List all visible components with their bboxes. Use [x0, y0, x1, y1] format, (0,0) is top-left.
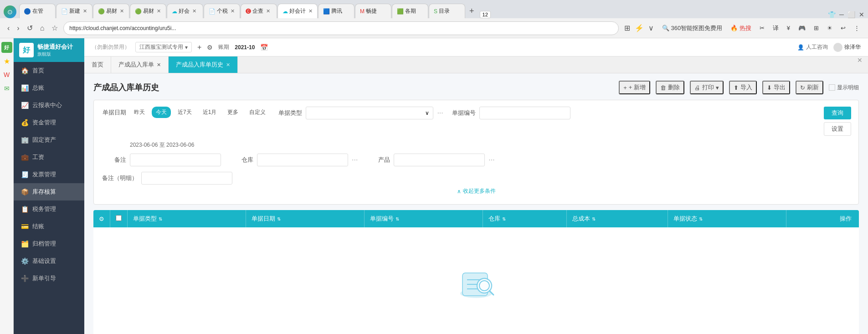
tab-10[interactable]: M 畅捷 — [355, 4, 391, 18]
user-service[interactable]: 👤 人工咨询 — [797, 43, 828, 51]
page-tab-history-close[interactable]: ✕ — [226, 62, 230, 68]
sidebar-item-newbill[interactable]: ➕ 新单引导 — [14, 270, 84, 287]
query-button[interactable]: 查询 — [824, 107, 851, 119]
page-tab-home[interactable]: 首页 — [84, 57, 111, 73]
tab-4-close[interactable]: ✕ — [157, 8, 161, 14]
sidebar-item-basic[interactable]: ⚙️ 基础设置 — [14, 252, 84, 270]
back-button[interactable]: ‹ — [5, 22, 11, 34]
display-toggle[interactable]: 显示明细 — [829, 84, 859, 92]
lightning-button[interactable]: ⚡ — [633, 22, 646, 34]
more-button[interactable]: ⋮ — [851, 23, 863, 33]
bookmark-button[interactable]: ☆ — [50, 22, 60, 34]
sidebar-item-fund[interactable]: 💰 资金管理 — [14, 114, 84, 131]
address-input[interactable] — [63, 21, 619, 35]
icon-sidebar-weibo[interactable]: W — [1, 69, 12, 80]
col-gear[interactable]: ⚙ — [93, 210, 110, 227]
tab-9[interactable]: 🟦 腾讯 — [318, 4, 354, 18]
expand-button[interactable]: ∨ — [647, 22, 656, 34]
minimize-button[interactable]: ─ — [839, 11, 844, 18]
tab-4[interactable]: 🟢 易财 ✕ — [130, 4, 166, 18]
window-shirt-icon[interactable]: 👕 — [828, 11, 836, 18]
date-7days[interactable]: 近7天 — [174, 107, 196, 118]
forward-button[interactable]: › — [15, 22, 21, 34]
icon-sidebar-mail[interactable]: ✉ — [1, 83, 12, 94]
display-checkbox[interactable] — [829, 84, 835, 91]
home-nav-button[interactable]: ⌂ — [38, 22, 46, 34]
company-selector[interactable]: 江西服宝测试专用 ▾ — [135, 42, 192, 52]
tab-8-close[interactable]: ✕ — [308, 8, 313, 14]
page-tab-bill[interactable]: 产成品入库单 ✕ — [111, 57, 169, 73]
refresh-nav-button[interactable]: ↺ — [25, 22, 35, 34]
tab-2-close[interactable]: ✕ — [83, 8, 87, 14]
page-tab-bill-close[interactable]: ✕ — [157, 62, 161, 68]
warehouse-input[interactable] — [257, 154, 348, 166]
col-date[interactable]: 单据日期 ⇅ — [246, 210, 365, 227]
page-tab-history[interactable]: 产成品入库单历史 ✕ — [169, 57, 238, 73]
date-1month[interactable]: 近1月 — [199, 107, 221, 118]
tab-11[interactable]: 🟩 各期 — [392, 4, 428, 18]
add-company-button[interactable]: + — [197, 43, 201, 51]
collapse-button[interactable]: ∧ 收起更多条件 — [101, 185, 851, 198]
calendar-button[interactable]: 📅 — [260, 44, 268, 51]
undo-button[interactable]: ↩ — [838, 23, 848, 33]
tab-2[interactable]: 📄 新建 ✕ — [56, 4, 92, 18]
translate-button[interactable]: 译 — [770, 23, 781, 34]
sidebar-item-checkout[interactable]: 💳 结账 — [14, 218, 84, 235]
tab-6[interactable]: 📄 个税 ✕ — [204, 4, 240, 18]
scissors-button[interactable]: ✂ — [757, 23, 767, 33]
date-more[interactable]: 更多 — [223, 107, 242, 118]
tab-5[interactable]: ☁ 好会 ✕ — [167, 4, 203, 18]
refresh-button[interactable]: ↻ 刷新 — [796, 81, 823, 94]
export-button[interactable]: ⬇ 导出 — [762, 81, 790, 94]
panel-close-button[interactable]: ✕ — [852, 57, 868, 73]
print-button[interactable]: 🖨 打印 ▾ — [690, 81, 724, 94]
date-custom[interactable]: 自定义 — [245, 107, 270, 118]
close-button[interactable]: ✕ — [859, 11, 864, 18]
tab-5-close[interactable]: ✕ — [192, 8, 196, 14]
sidebar-item-archive[interactable]: 🗂️ 归档管理 — [14, 235, 84, 252]
col-status[interactable]: 单据状态 ⇅ — [668, 210, 786, 227]
delete-button[interactable]: 🗑 删除 — [656, 81, 684, 94]
tab-8[interactable]: ☁ 好会计 ✕ — [277, 4, 318, 18]
tab-1[interactable]: 在管 — [19, 4, 56, 18]
date-today[interactable]: 今天 — [152, 107, 171, 118]
settings-top-button[interactable]: ⚙ — [207, 44, 213, 51]
tab-7-close[interactable]: ✕ — [266, 8, 270, 14]
tab-7[interactable]: 🅒 企查 ✕ — [241, 4, 277, 18]
maximize-button[interactable]: ⬜ — [847, 11, 855, 18]
sidebar-item-invoice[interactable]: 🧾 发票管理 — [14, 166, 84, 183]
tab-6-close[interactable]: ✕ — [231, 8, 235, 14]
product-input[interactable] — [394, 154, 485, 166]
game-button[interactable]: 🎮 — [796, 23, 808, 33]
col-check[interactable] — [110, 210, 128, 227]
select-all-checkbox[interactable] — [116, 215, 122, 221]
col-type[interactable]: 单据类型 ⇅ — [128, 210, 246, 227]
sidebar-item-home[interactable]: 🏠 首页 — [14, 62, 84, 79]
icon-sidebar-star[interactable]: ★ — [1, 56, 12, 67]
num-filter-input[interactable] — [479, 107, 570, 119]
gear-column-icon[interactable]: ⚙ — [99, 216, 104, 222]
import-button[interactable]: ⬆ 导入 — [729, 81, 757, 94]
new-tab-button[interactable]: + — [466, 4, 478, 18]
sidebar-item-report[interactable]: 📈 云报表中心 — [14, 97, 84, 114]
currency-button[interactable]: ¥ — [784, 23, 793, 33]
sidebar-item-asset[interactable]: 🏢 固定资产 — [14, 131, 84, 149]
sun-button[interactable]: ☀ — [824, 23, 835, 33]
remarks-input[interactable] — [130, 154, 221, 166]
sidebar-item-tax[interactable]: 📋 税务管理 — [14, 200, 84, 218]
remarks2-input[interactable] — [141, 172, 232, 185]
sidebar-item-salary[interactable]: 💼 工资 — [14, 149, 84, 166]
date-yesterday[interactable]: 昨天 — [130, 107, 149, 118]
sidebar-item-ledger[interactable]: 📊 总账 — [14, 79, 84, 97]
icon-sidebar-green[interactable]: 好 — [1, 42, 12, 53]
tab-3[interactable]: 🟢 易财 ✕ — [93, 4, 129, 18]
tab-12[interactable]: S 目录 — [429, 4, 465, 18]
grid-view-button[interactable]: ⊞ — [811, 23, 822, 33]
tab-3-close[interactable]: ✕ — [120, 8, 124, 14]
col-warehouse[interactable]: 仓库 ⇅ — [483, 210, 567, 227]
new-button[interactable]: + + 新增 — [619, 81, 650, 94]
sidebar-item-inventory[interactable]: 📦 库存核算 — [14, 183, 84, 200]
col-num[interactable]: 单据编号 ⇅ — [365, 210, 483, 227]
settings-filter-button[interactable]: 设置 — [824, 122, 851, 136]
search-360-button[interactable]: 🔍 360智能抠图免费用 — [659, 23, 725, 34]
